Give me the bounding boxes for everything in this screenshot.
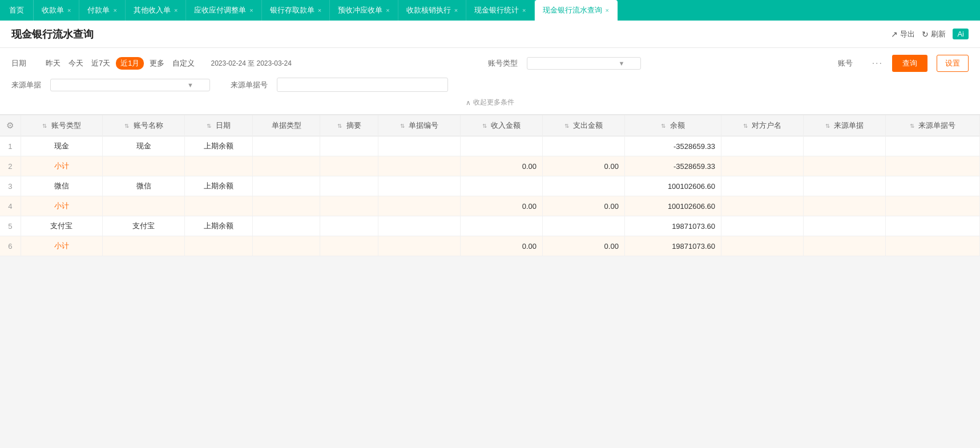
subtotal-label: 小计 [54,162,69,170]
col-date[interactable]: ⇅ 日期 [185,115,253,136]
close-icon[interactable]: × [454,7,458,14]
nav-home[interactable]: 首页 [0,0,34,21]
chevron-down-icon: ▼ [618,60,624,67]
refresh-button[interactable]: ↻ 刷新 [922,29,946,39]
date-opt-yesterday[interactable]: 昨天 [43,57,63,70]
date-opt-custom[interactable]: 自定义 [170,57,197,70]
sort-icon: ⇅ [337,123,342,129]
nav-tab-1[interactable]: 收款单 × [34,0,79,21]
table-wrap: ⚙ ⇅ 账号类型 ⇅ 账号名称 ⇅ 日期 单据类型 ⇅ [0,115,980,256]
cell-doc-type [252,156,320,176]
chevron-down-icon: ▼ [187,82,193,88]
table-header-row: ⚙ ⇅ 账号类型 ⇅ 账号名称 ⇅ 日期 单据类型 ⇅ [0,115,980,136]
tab-label: 现金银行流水查询 [543,5,602,15]
table-row[interactable]: 5 支付宝 支付宝 上期余额 19871073.60 [0,216,980,236]
sort-icon: ⇅ [825,123,830,129]
cell-income [461,216,543,236]
col-label: 摘要 [346,121,361,130]
nav-tab-7[interactable]: 收款核销执行 × [398,0,466,21]
col-label: 账号类型 [51,121,81,130]
col-income[interactable]: ⇅ 收入金额 [461,115,543,136]
cell-doc-no [378,176,461,196]
close-icon[interactable]: × [174,7,178,14]
close-icon[interactable]: × [67,7,71,14]
cell-balance: -3528659.33 [624,156,721,176]
cell-account-name [103,156,185,176]
source-doc-select-wrapper[interactable]: ▼ [50,79,210,91]
source-doc-label: 来源单据 [11,80,41,90]
collapse-button[interactable]: ∧ 收起更多条件 [11,98,969,107]
col-label: 单据类型 [272,121,301,130]
date-opt-today[interactable]: 今天 [66,57,86,70]
col-source-doc-no[interactable]: ⇅ 来源单据号 [885,115,979,136]
sort-icon: ⇅ [482,123,487,129]
data-table: ⚙ ⇅ 账号类型 ⇅ 账号名称 ⇅ 日期 单据类型 ⇅ [0,115,980,256]
tab-label: 预收冲应收单 [338,5,382,15]
nav-tab-3[interactable]: 其他收入单 × [126,0,186,21]
cell-date [185,196,253,216]
home-label: 首页 [9,5,24,15]
export-button[interactable]: ↗ 导出 [891,29,915,39]
col-account-type[interactable]: ⇅ 账号类型 [21,115,103,136]
col-doc-no[interactable]: ⇅ 单据编号 [378,115,461,136]
col-label: 对方户名 [752,121,781,130]
cell-summary [320,176,378,196]
table-row[interactable]: 6 小计 0.00 0.00 19871073.60 [0,236,980,256]
page-header: 现金银行流水查询 ↗ 导出 ↻ 刷新 Ai [0,21,980,48]
row-number: 2 [0,156,21,176]
table-row[interactable]: 1 现金 现金 上期余额 -3528659.33 [0,136,980,156]
close-icon[interactable]: × [318,7,321,14]
col-label: 账号名称 [134,121,163,130]
table-row[interactable]: 4 小计 0.00 0.00 100102606.60 [0,196,980,216]
date-opt-more[interactable]: 更多 [147,57,167,70]
sort-icon: ⇅ [124,123,129,129]
close-icon[interactable]: × [113,7,116,14]
tab-label: 付款单 [87,5,110,15]
table-row[interactable]: 3 微信 微信 上期余额 100102606.60 [0,176,980,196]
close-icon[interactable]: × [249,7,253,14]
account-type-select-wrapper[interactable]: ▼ [527,57,641,70]
col-source-doc[interactable]: ⇅ 来源单据 [803,115,885,136]
cell-account-type: 微信 [21,176,103,196]
settings-button[interactable]: 设置 [937,55,969,72]
cell-account-type: 小计 [21,236,103,256]
cell-expense: 0.00 [542,196,624,216]
ai-button[interactable]: Ai [953,29,969,39]
nav-tab-9[interactable]: 现金银行流水查询 × [535,0,618,21]
cell-doc-type [252,196,320,216]
source-doc-select[interactable]: ▼ [50,79,210,91]
close-icon[interactable]: × [606,7,609,14]
filter-row-2: 来源单据 ▼ 来源单据号 [11,78,969,92]
nav-tab-4[interactable]: 应收应付调整单 × [186,0,261,21]
close-icon[interactable]: × [386,7,389,14]
nav-tab-8[interactable]: 现金银行统计 × [466,0,534,21]
sort-icon: ⇅ [564,123,569,129]
cell-account-name: 支付宝 [103,216,185,236]
ellipsis-icon[interactable]: ··· [872,58,883,68]
cell-date: 上期余额 [185,136,253,156]
col-expense[interactable]: ⇅ 支出金额 [542,115,624,136]
col-label: 收入金额 [491,121,521,130]
col-summary[interactable]: ⇅ 摘要 [320,115,378,136]
cell-doc-type [252,136,320,156]
close-icon[interactable]: × [522,7,526,14]
col-account-name[interactable]: ⇅ 账号名称 [103,115,185,136]
source-doc-num-input[interactable] [277,78,448,92]
account-type-select[interactable]: ▼ [527,57,641,70]
tab-label: 现金银行统计 [474,5,519,15]
collapse-label: 收起更多条件 [473,98,514,107]
date-opt-1month[interactable]: 近1月 [116,57,144,70]
export-icon: ↗ [891,30,898,39]
query-button[interactable]: 查询 [892,55,927,72]
col-balance[interactable]: ⇅ 余额 [624,115,721,136]
nav-tab-2[interactable]: 付款单 × [79,0,125,21]
nav-tab-6[interactable]: 预收冲应收单 × [330,0,398,21]
date-opt-7days[interactable]: 近7天 [89,57,112,70]
tab-label: 收款单 [42,5,64,15]
table-row[interactable]: 2 小计 0.00 0.00 -3528659.33 [0,156,980,176]
col-counterpart[interactable]: ⇅ 对方户名 [721,115,804,136]
cell-source-doc [803,216,885,236]
cell-income [461,176,543,196]
nav-tab-5[interactable]: 银行存取款单 × [262,0,330,21]
gear-icon[interactable]: ⚙ [6,120,14,130]
